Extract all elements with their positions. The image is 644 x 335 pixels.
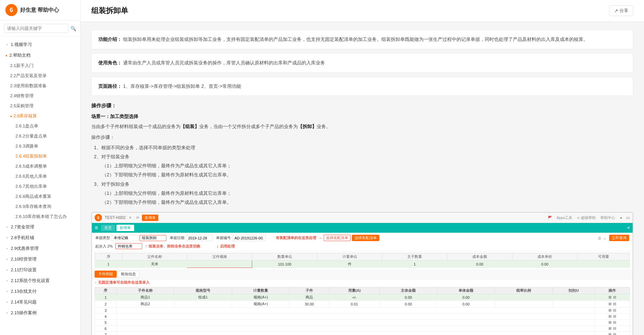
sidebar-item-other-out[interactable]: 2.6.7其他出库单 (0, 181, 80, 191)
erp-new-doc-btn[interactable]: 新增单 (142, 215, 158, 221)
erp-delete-icon-6[interactable]: ⊟ (613, 326, 616, 330)
content-area: 功能介绍： 组装拆卸单用来处理企业组装或拆卸等加工业务，支持有固定装配清单的产品… (80, 22, 644, 335)
erp-col-qty: 主子数量 (382, 253, 447, 261)
sidebar-item-ledger-query[interactable]: 2.6.9库存账本查询 (0, 202, 80, 212)
expand-icon-mobile: ＋ (5, 235, 9, 240)
erp-print-icon[interactable]: ⎙ (598, 236, 601, 240)
erp-sub-cell-child-2: 30.00 (289, 301, 329, 308)
erp-tab-home[interactable]: 首页 (101, 225, 115, 231)
role-block: 使用角色： 通常由生产人员或库管人员完成拆装业务的操作，库管人员确认原材料的出库… (91, 53, 633, 73)
annotation-switch-arrow: ↑ (145, 243, 147, 249)
sidebar-item-install[interactable]: 2.2产品安装及登录 (0, 71, 80, 81)
erp-copy-icon-6[interactable]: ⊞ (608, 326, 611, 330)
erp-select-bom-btn[interactable]: 选择装配清单 (352, 235, 379, 241)
erp-delete-icon-1[interactable]: ⊟ (613, 295, 616, 299)
step2: 2、对于组装业务 (94, 153, 633, 161)
erp-child-table: 序 子件名称 规格型号 计量数量 子件 用量(A) 主体金额 单体金额 税率比例… (95, 287, 630, 335)
sidebar-item-split-stocktake[interactable]: 2.6.2分量盘点单 (0, 131, 80, 141)
sidebar-item-coupon[interactable]: ＋ 2.9优惠券管理 (0, 243, 80, 254)
table-row: 7 ⊞ ⊟ (95, 332, 630, 335)
sidebar-item-ledger-wrong[interactable]: 2.6.10库存账本错了怎么办 (0, 212, 80, 222)
sidebar-item-cases[interactable]: ＋ 2.15操作案例 (0, 308, 80, 318)
sidebar-item-other-in[interactable]: 2.6.6其他入库单 (0, 171, 80, 181)
sidebar-item-newbie[interactable]: 2.1新手入门 (0, 61, 80, 71)
erp-delete-icon-5[interactable]: ⊟ (613, 320, 616, 324)
erp-subtab-other[interactable]: 附加信息 (117, 271, 140, 278)
erp-doc-type-row: 单据类型 (95, 235, 166, 241)
erp-copy-icon-4[interactable]: ⊞ (608, 314, 611, 318)
step2-sub: （1）上部明细为父件明细，最终作为产成品生成其它入库单； （2）下部明细为子件明… (102, 162, 633, 179)
sidebar-item-docs[interactable]: ● 2.帮助文档 (0, 50, 80, 61)
sidebar-item-stocktake[interactable]: 2.6.1盘点单 (0, 121, 80, 131)
intro-block: 功能介绍： 组装拆卸单用来处理企业组装或拆卸等加工业务，支持有固定装配清单的产品… (91, 30, 633, 49)
sidebar-item-cost-adjust[interactable]: 2.6.5成本调整单 (0, 161, 80, 171)
sidebar-item-operation[interactable]: ＋ 2.10经营管理 (0, 254, 80, 265)
role-text: 通常由生产人员或库管人员完成拆装业务的操作，库管人员确认原材料的出库和产成品的入… (123, 60, 325, 65)
sidebar-item-online-pay-label: 2.13在线支付 (11, 288, 37, 294)
step2-sub2: （2）下部明细为子件明细，最终作为原材料生成其它出库单。 (102, 171, 633, 179)
erp-col-available: 可用量 (577, 253, 630, 261)
table-row: 4 ⊞ ⊟ (95, 314, 630, 320)
sidebar-item-finance[interactable]: ＋ 2.7资金管理 (0, 222, 80, 232)
erp-sub-cell-unit-2: 0.00 (437, 301, 495, 308)
search-button[interactable]: 🔍 (70, 26, 76, 31)
erp-cell-parent-spec[interactable] (187, 261, 252, 268)
main-header: 组装拆卸单 ↗ 分享 (80, 0, 644, 22)
sidebar-item-online-pay[interactable]: ＋ 2.13在线支付 (0, 286, 80, 297)
erp-tab-new[interactable]: 新增单 (116, 225, 134, 231)
erp-copy-icon-7[interactable]: ⊞ (608, 332, 611, 335)
erp-copy-icon-3[interactable]: ⊞ (608, 308, 611, 312)
erp-doc-type-input[interactable] (111, 235, 138, 241)
erp-delete-icon-7[interactable]: ⊟ (613, 332, 616, 335)
sidebar-item-coupon-label: 2.9优惠券管理 (11, 245, 39, 252)
erp-order-label: 单据编号 (216, 235, 231, 240)
sidebar-item-ledger-wrong-label: 2.6.10库存账本错了怎么办 (15, 214, 67, 220)
sidebar-item-purchase[interactable]: 2.5采购管理 (0, 101, 80, 111)
sidebar-item-sales[interactable]: 2.4销售管理 (0, 91, 80, 101)
erp-sub-cell-unit-1: 0.00 (437, 294, 495, 301)
erp-date-input[interactable] (186, 235, 213, 241)
sidebar-item-cost-calc[interactable]: 2.6.8商品成本重算 (0, 191, 80, 202)
erp-subtab-child[interactable]: 子件明细 (95, 271, 117, 278)
erp-nav-icon: ≡ (95, 224, 98, 231)
erp-confirm-btn[interactable]: 立即查询 (609, 235, 629, 241)
erp-form-header: 单据类型 单据日期 单据编号 (92, 233, 633, 252)
expand-icon-faq: ＋ (5, 300, 9, 304)
table-row: 1 关米 101·100 件 1 0.00 0.00 (95, 261, 630, 268)
sidebar-item-mobile-label: 2.8手机旺铺 (11, 235, 34, 241)
sidebar-item-personalize[interactable]: ＋ 2.12系统个性化设置 (0, 275, 80, 286)
sidebar-item-faq[interactable]: ＋ 2.14常见问题 (0, 297, 80, 308)
erp-cell-qty-unit: 101·100 (252, 261, 317, 268)
sidebar-item-print[interactable]: ＋ 2.11打印设置 (0, 265, 80, 275)
step3-sub: （1）上部明细为父件明细，最终作为原材料生成其它出库单； （2）下部明细为子件明… (102, 189, 633, 207)
erp-delete-icon-3[interactable]: ⊟ (613, 308, 616, 312)
erp-logo: 6 (95, 214, 102, 221)
erp-extra-btns: ⎙ ↓ 立即查询 (598, 235, 630, 241)
sidebar-item-inventory-label: 2.6库存核算 (13, 113, 37, 119)
erp-copy-icon-5[interactable]: ⊞ (608, 320, 611, 324)
erp-close-icon[interactable]: ✕ (627, 226, 630, 230)
share-button[interactable]: ↗ 分享 (609, 5, 633, 16)
sidebar-item-video[interactable]: ＋ 1.视频学习 (0, 39, 80, 50)
sidebar-item-inventory[interactable]: ● 2.6库存核算 (0, 111, 80, 121)
erp-delete-icon-4[interactable]: ⊟ (613, 314, 616, 318)
erp-delete-icon-2[interactable]: ⊟ (613, 302, 616, 306)
sidebar-item-other-in-label: 2.6.6其他入库单 (15, 173, 47, 179)
erp-process-type-input[interactable] (140, 235, 166, 241)
sidebar-item-ledger-query-label: 2.6.9库存账本查询 (15, 204, 51, 210)
ops-heading: 操作步骤： (91, 103, 633, 109)
erp-order-input[interactable] (232, 235, 266, 241)
erp-copy-icon-2[interactable]: ⊞ (608, 302, 611, 306)
erp-col-cost-unit: 成本单价 (512, 253, 577, 261)
erp-warehouse-input[interactable] (115, 243, 142, 249)
sidebar-item-data-prep[interactable]: 2.3使用前数据准备 (0, 81, 80, 91)
sidebar-item-adjust[interactable]: 2.6.3调拨单 (0, 141, 80, 151)
sidebar-item-assembly[interactable]: 2.6.4组装拆卸单 (0, 151, 80, 161)
erp-copy-icon-1[interactable]: ⊞ (608, 295, 611, 299)
erp-export-icon[interactable]: ↓ (604, 236, 606, 240)
sidebar-item-mobile[interactable]: ＋ 2.8手机旺铺 (0, 232, 80, 243)
erp-sub-col-child: 子件 (289, 287, 329, 294)
erp-sub-cell-extra-2 (552, 301, 595, 308)
erp-sub-cell-usage-1: +/- (329, 294, 379, 301)
search-input[interactable] (4, 24, 68, 33)
